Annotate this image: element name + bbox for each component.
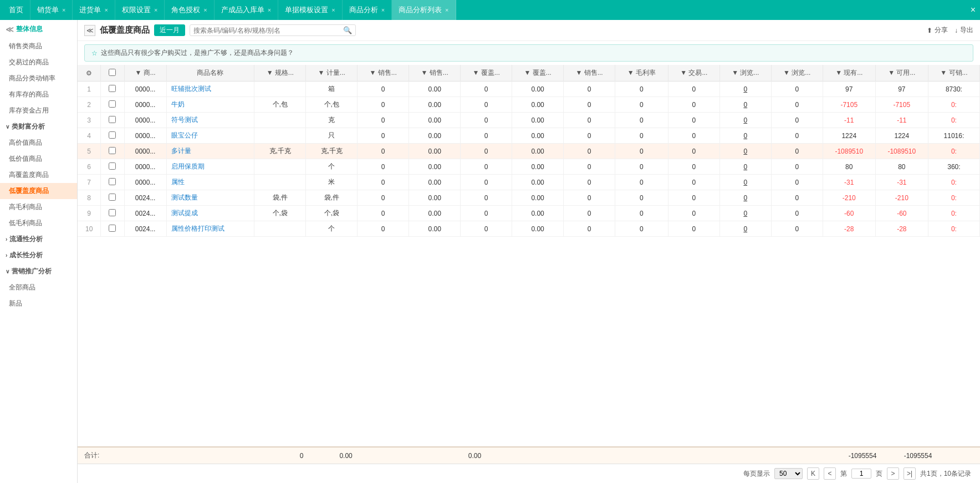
nav-tab-permission[interactable]: 权限设置 ×	[115, 0, 165, 20]
row-browse1[interactable]: 0	[719, 206, 771, 221]
next-page-button[interactable]: >	[887, 467, 899, 480]
first-page-button[interactable]: K	[807, 467, 819, 480]
nav-tab-product-in[interactable]: 产成品入库单 ×	[215, 0, 278, 20]
row-name[interactable]: 测试数量	[166, 190, 254, 206]
sidebar-item-traded-goods[interactable]: 交易过的商品	[0, 54, 77, 70]
row-name[interactable]: 测试提成	[166, 206, 254, 221]
sidebar-item-high-coverage[interactable]: 高覆盖度商品	[0, 167, 77, 183]
row-select-checkbox[interactable]	[109, 85, 116, 92]
th-trade[interactable]: ▼ 交易...	[668, 65, 719, 82]
window-close-button[interactable]: ×	[971, 5, 976, 15]
row-name[interactable]: 多计量	[166, 144, 254, 159]
sidebar-item-high-profit[interactable]: 高毛利商品	[0, 199, 77, 215]
sidebar-section-growth[interactable]: › 成长性分析	[0, 247, 77, 263]
close-icon[interactable]: ×	[62, 7, 65, 13]
sidebar-collapse-button[interactable]: ≪	[84, 25, 95, 36]
th-settings[interactable]: ⚙	[78, 65, 101, 82]
row-browse1[interactable]: 0	[719, 97, 771, 113]
close-icon[interactable]: ×	[445, 7, 448, 13]
th-stock3[interactable]: ▼ 可销...	[928, 65, 979, 82]
row-select-checkbox[interactable]	[109, 100, 116, 108]
row-checkbox[interactable]	[101, 144, 124, 159]
select-all-checkbox[interactable]	[109, 69, 116, 76]
row-select-checkbox[interactable]	[109, 194, 116, 201]
per-page-select[interactable]: 50 100 200	[774, 468, 803, 479]
nav-tab-purchase[interactable]: 进货单 ×	[73, 0, 115, 20]
sidebar-item-low-profit[interactable]: 低毛利商品	[0, 215, 77, 231]
row-browse1[interactable]: 0	[719, 175, 771, 190]
sidebar-item-low-coverage[interactable]: 低覆盖度商品	[0, 183, 77, 199]
sidebar-item-sales-goods[interactable]: 销售类商品	[0, 38, 77, 54]
th-name[interactable]: 商品名称	[166, 65, 254, 82]
prev-page-button[interactable]: <	[824, 467, 836, 480]
page-number-input[interactable]	[851, 469, 871, 479]
close-icon[interactable]: ×	[203, 7, 207, 13]
row-select-checkbox[interactable]	[109, 209, 116, 216]
row-checkbox[interactable]	[101, 159, 124, 175]
share-button[interactable]: ⬆ 分享	[927, 26, 948, 35]
close-icon[interactable]: ×	[268, 7, 271, 13]
time-filter-button[interactable]: 近一月	[154, 24, 185, 36]
th-code[interactable]: ▼ 商...	[124, 65, 166, 82]
sidebar-section-marketing[interactable]: ∨ 营销推广分析	[0, 263, 77, 279]
row-checkbox[interactable]	[101, 175, 124, 190]
th-cover2[interactable]: ▼ 覆盖...	[512, 65, 564, 82]
close-icon[interactable]: ×	[104, 7, 108, 13]
row-name[interactable]: 眼宝公仔	[166, 128, 254, 144]
row-name[interactable]: 属性价格打印测试	[166, 221, 254, 237]
nav-tab-analysis[interactable]: 商品分析 ×	[343, 0, 392, 20]
th-gross[interactable]: ▼ 毛利率	[615, 65, 668, 82]
close-icon[interactable]: ×	[381, 7, 385, 13]
row-select-checkbox[interactable]	[109, 147, 116, 154]
close-icon[interactable]: ×	[331, 7, 335, 13]
sidebar-section-overall[interactable]: ≪ 整体信息	[0, 20, 77, 38]
row-browse1[interactable]: 0	[719, 221, 771, 237]
row-select-checkbox[interactable]	[109, 131, 116, 139]
sidebar-item-category-rate[interactable]: 商品分类动销率	[0, 70, 77, 87]
search-input[interactable]	[193, 27, 343, 34]
row-checkbox[interactable]	[101, 97, 124, 113]
table-container[interactable]: ⚙ ▼ 商... 商品名称 ▼ 规格... ▼ 计量... ▼ 销售... ▼ …	[78, 65, 980, 446]
last-page-button[interactable]: >|	[904, 467, 916, 480]
th-unit[interactable]: ▼ 计量...	[306, 65, 358, 82]
th-stock1[interactable]: ▼ 现有...	[823, 65, 875, 82]
nav-tab-analysis-list[interactable]: 商品分析列表 ×	[392, 0, 456, 20]
row-name[interactable]: 属性	[166, 175, 254, 190]
settings-icon[interactable]: ⚙	[86, 69, 92, 77]
row-browse1[interactable]: 0	[719, 82, 771, 97]
sidebar-item-stock-goods[interactable]: 有库存的商品	[0, 87, 77, 103]
nav-tab-sales[interactable]: 销货单 ×	[30, 0, 73, 20]
row-browse1[interactable]: 0	[719, 190, 771, 206]
row-select-checkbox[interactable]	[109, 116, 116, 123]
th-browse2[interactable]: ▼ 浏览...	[771, 65, 823, 82]
row-browse1[interactable]: 0	[719, 113, 771, 128]
nav-tab-home[interactable]: 首页	[2, 0, 30, 20]
row-checkbox[interactable]	[101, 221, 124, 237]
row-browse1[interactable]: 0	[719, 128, 771, 144]
search-icon[interactable]: 🔍	[343, 26, 352, 34]
nav-tab-template[interactable]: 单据模板设置 ×	[278, 0, 342, 20]
th-checkbox[interactable]	[101, 65, 124, 82]
row-checkbox[interactable]	[101, 82, 124, 97]
row-name[interactable]: 牛奶	[166, 97, 254, 113]
sidebar-item-stock-capital[interactable]: 库存资金占用	[0, 103, 77, 119]
close-icon[interactable]: ×	[154, 7, 157, 13]
row-checkbox[interactable]	[101, 206, 124, 221]
row-name[interactable]: 启用保质期	[166, 159, 254, 175]
th-cover1[interactable]: ▼ 覆盖...	[461, 65, 512, 82]
th-spec[interactable]: ▼ 规格...	[254, 65, 306, 82]
row-checkbox[interactable]	[101, 128, 124, 144]
sidebar-item-high-value[interactable]: 高价值商品	[0, 135, 77, 151]
sidebar-item-low-value[interactable]: 低价值商品	[0, 151, 77, 167]
th-stock2[interactable]: ▼ 可用...	[875, 65, 928, 82]
export-button[interactable]: ↓ 导出	[955, 26, 973, 35]
th-sales2[interactable]: ▼ 销售...	[409, 65, 461, 82]
th-sales1[interactable]: ▼ 销售...	[358, 65, 409, 82]
row-checkbox[interactable]	[101, 113, 124, 128]
row-browse1[interactable]: 0	[719, 159, 771, 175]
row-select-checkbox[interactable]	[109, 162, 116, 170]
sidebar-section-wealth[interactable]: ∨ 类财富分析	[0, 119, 77, 135]
row-select-checkbox[interactable]	[109, 178, 116, 185]
sidebar-item-new-goods[interactable]: 新品	[0, 296, 77, 312]
search-box[interactable]: 🔍	[190, 24, 356, 36]
